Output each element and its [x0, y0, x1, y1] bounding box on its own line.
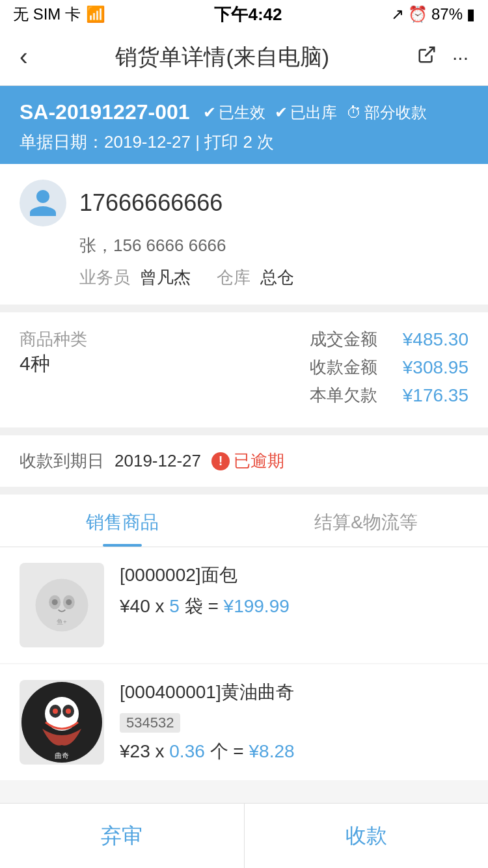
battery-text: 87% [431, 5, 463, 23]
alarm-icon: ⏰ [408, 5, 427, 23]
status-badges: ✔ 已生效 ✔ 已出库 ⏱ 部分收款 [203, 102, 427, 123]
check-icon-2: ✔ [275, 103, 288, 122]
product-name-2: [000400001]黄油曲奇 [120, 680, 468, 705]
product-tag-2: 534532 [120, 713, 180, 733]
summary-section: 商品种类 4种 成交金额 ¥485.30 收款金额 ¥308.95 本单欠款 ¥… [0, 312, 488, 435]
customer-sub-info: 张，156 6666 6666 [20, 234, 468, 257]
overdue-dot-icon: ! [211, 452, 230, 470]
warehouse: 仓库 总仓 [217, 266, 294, 289]
product-price-1: ¥40 x 5 袋 = ¥199.99 [120, 594, 468, 619]
carrier-text: 无 SIM 卡 [13, 4, 81, 25]
battery-icon: ▮ [467, 5, 475, 23]
product-item: 鱼+ [0000002]面包 ¥40 x 5 袋 = ¥199.99 [0, 547, 488, 663]
bottom-bar: 弃审 收款 [0, 803, 488, 868]
svg-point-5 [66, 599, 72, 605]
product-image-2: 曲奇 [20, 680, 104, 765]
status-badge-active: ✔ 已生效 [203, 102, 265, 123]
status-time: 下午4:42 [214, 3, 282, 26]
received-line: 收款金额 ¥308.95 [310, 356, 468, 379]
debt-line: 本单欠款 ¥176.35 [310, 384, 468, 407]
svg-point-4 [52, 599, 58, 605]
avatar [20, 180, 66, 226]
location-icon: ↗ [391, 5, 404, 23]
product-info-1: [0000002]面包 ¥40 x 5 袋 = ¥199.99 [120, 563, 468, 619]
svg-point-11 [53, 709, 58, 714]
svg-text:鱼+: 鱼+ [57, 618, 67, 625]
more-button[interactable]: ··· [452, 46, 468, 68]
overdue-badge: ! 已逾期 [211, 450, 284, 472]
customer-phone: 17666666666 [79, 189, 223, 217]
product-list: 鱼+ [0000002]面包 ¥40 x 5 袋 = ¥199.99 [0, 547, 488, 780]
check-icon-1: ✔ [203, 103, 216, 122]
amount-info: 成交金额 ¥485.30 收款金额 ¥308.95 本单欠款 ¥176.35 [310, 328, 468, 412]
due-section: 收款到期日 2019-12-27 ! 已逾期 [0, 435, 488, 495]
product-type-info: 商品种类 4种 [20, 328, 87, 377]
status-right: ↗ ⏰ 87% ▮ [391, 5, 475, 23]
collect-payment-button[interactable]: 收款 [245, 804, 489, 868]
order-id-row: SA-20191227-001 ✔ 已生效 ✔ 已出库 ⏱ 部分收款 [20, 100, 468, 124]
share-button[interactable] [417, 45, 437, 69]
customer-section: 17666666666 张，156 6666 6666 业务员 曾凡杰 仓库 总… [0, 164, 488, 312]
tab-settlement[interactable]: 结算&物流等 [244, 495, 488, 547]
order-header: SA-20191227-001 ✔ 已生效 ✔ 已出库 ⏱ 部分收款 单据日期：… [0, 86, 488, 164]
order-date-row: 单据日期：2019-12-27 | 打印 2 次 [20, 131, 468, 154]
wifi-icon: 📶 [86, 5, 105, 23]
tab-products[interactable]: 销售商品 [0, 495, 244, 547]
amount-line: 成交金额 ¥485.30 [310, 328, 468, 351]
status-badge-shipped: ✔ 已出库 [275, 102, 337, 123]
cancel-review-button[interactable]: 弃审 [0, 804, 245, 868]
page-title: 销货单详情(来自电脑) [115, 42, 329, 72]
summary-row: 商品种类 4种 成交金额 ¥485.30 收款金额 ¥308.95 本单欠款 ¥… [20, 328, 468, 412]
status-badge-partial: ⏱ 部分收款 [346, 102, 427, 123]
svg-point-12 [66, 709, 71, 714]
back-button[interactable]: ‹ [20, 43, 28, 71]
product-price-2: ¥23 x 0.36 个 = ¥8.28 [120, 739, 468, 764]
nav-actions: ··· [417, 45, 468, 69]
product-name-1: [0000002]面包 [120, 563, 468, 588]
sales-person: 业务员 曾凡杰 [79, 266, 191, 289]
tabs: 销售商品 结算&物流等 [0, 495, 488, 547]
svg-text:曲奇: 曲奇 [55, 752, 69, 759]
status-left: 无 SIM 卡 📶 [13, 4, 105, 25]
product-item: 曲奇 [000400001]黄油曲奇 534532 ¥23 x 0.36 个 =… [0, 664, 488, 780]
product-info-2: [000400001]黄油曲奇 534532 ¥23 x 0.36 个 = ¥8… [120, 680, 468, 764]
svg-line-0 [425, 47, 434, 57]
order-id: SA-20191227-001 [20, 100, 190, 124]
status-bar: 无 SIM 卡 📶 下午4:42 ↗ ⏰ 87% ▮ [0, 0, 488, 29]
customer-meta: 业务员 曾凡杰 仓库 总仓 [20, 266, 468, 289]
customer-row: 17666666666 [20, 180, 468, 226]
product-image-1: 鱼+ [20, 563, 104, 647]
clock-icon: ⏱ [346, 103, 362, 122]
nav-bar: ‹ 销货单详情(来自电脑) ··· [0, 29, 488, 86]
